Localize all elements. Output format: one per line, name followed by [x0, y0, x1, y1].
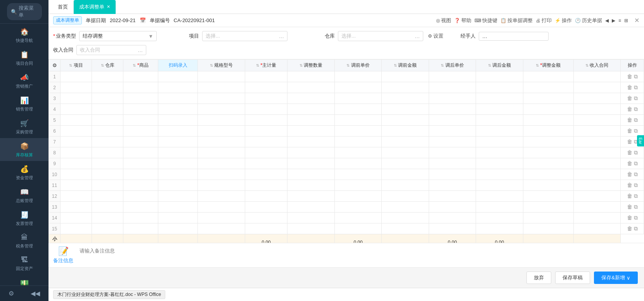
cell-7-11[interactable] — [523, 137, 573, 147]
delete-icon-14[interactable]: 🗑 — [627, 215, 632, 221]
taskbar-item[interactable]: 木门行业好业财处理方案-暮红红.doc - WPS Office — [53, 290, 165, 299]
cell-4-10[interactable] — [476, 104, 523, 115]
cell-10-4[interactable] — [198, 169, 245, 180]
cell-11-12[interactable] — [573, 180, 620, 191]
cell-5-12[interactable] — [573, 115, 620, 126]
cell-14-12[interactable] — [573, 213, 620, 223]
cell-11-4[interactable] — [198, 180, 245, 191]
cell-14-11[interactable] — [523, 213, 573, 223]
cell-13-8[interactable] — [382, 202, 429, 213]
cell-15-12[interactable] — [573, 223, 620, 234]
cell-15-4[interactable] — [198, 223, 245, 234]
cell-15-1[interactable] — [92, 223, 123, 234]
cell-13-12[interactable] — [573, 202, 620, 213]
cell-14-3[interactable] — [158, 213, 197, 223]
cell-1-9[interactable] — [429, 71, 476, 82]
project-field[interactable]: 选择... … — [202, 31, 287, 41]
cell-13-9[interactable] — [429, 202, 476, 213]
sidebar-item-purchase-mgmt[interactable]: 🛒采购管理 — [0, 115, 48, 138]
cell-5-4[interactable] — [198, 115, 245, 126]
delete-icon-3[interactable]: 🗑 — [627, 95, 632, 102]
cell-10-5[interactable] — [245, 169, 287, 180]
remark-input[interactable] — [78, 246, 639, 255]
delete-icon-6[interactable]: 🗑 — [627, 128, 632, 134]
cell-9-7[interactable] — [334, 158, 381, 169]
cell-9-3[interactable] — [158, 158, 197, 169]
cell-6-8[interactable] — [382, 126, 429, 137]
cell-14-6[interactable] — [287, 213, 334, 223]
cell-7-3[interactable] — [158, 137, 197, 147]
cell-14-0[interactable] — [61, 213, 92, 223]
copy-icon-10[interactable]: ⧉ — [634, 171, 638, 178]
cell-1-5[interactable] — [245, 71, 287, 82]
cell-8-11[interactable] — [523, 147, 573, 158]
cell-1-12[interactable] — [573, 71, 620, 82]
cell-12-1[interactable] — [92, 191, 123, 202]
settings-btn[interactable]: ⚙ 设置 — [428, 33, 443, 40]
cell-1-1[interactable] — [92, 71, 123, 82]
sidebar-item-quick-nav[interactable]: 🏠快捷导航 — [0, 24, 48, 47]
cell-9-6[interactable] — [287, 158, 334, 169]
cell-8-4[interactable] — [198, 147, 245, 158]
cell-12-3[interactable] — [158, 191, 197, 202]
cell-7-10[interactable] — [476, 137, 523, 147]
delete-icon-8[interactable]: 🗑 — [627, 149, 632, 156]
delete-icon-4[interactable]: 🗑 — [627, 106, 632, 112]
sidebar-item-inventory[interactable]: 📦库存核算 — [0, 138, 48, 161]
cell-5-3[interactable] — [158, 115, 197, 126]
cell-9-9[interactable] — [429, 158, 476, 169]
delete-icon-13[interactable]: 🗑 — [627, 204, 632, 210]
cell-7-0[interactable] — [61, 137, 92, 147]
history-btn[interactable]: 🕐 历史单据 — [575, 17, 602, 24]
copy-icon-12[interactable]: ⧉ — [634, 193, 638, 199]
cell-3-3[interactable] — [158, 93, 197, 104]
collapse-icon[interactable]: ◀◀ — [31, 290, 40, 297]
cell-4-7[interactable] — [334, 104, 381, 115]
cell-14-5[interactable] — [245, 213, 287, 223]
cell-5-11[interactable] — [523, 115, 573, 126]
cell-7-5[interactable] — [245, 137, 287, 147]
cell-7-8[interactable] — [382, 137, 429, 147]
cell-10-3[interactable] — [158, 169, 197, 180]
cell-5-6[interactable] — [287, 115, 334, 126]
copy-icon-15[interactable]: ⧉ — [634, 225, 638, 232]
income-contract-field[interactable]: 收入合同 … — [76, 45, 146, 55]
delete-icon-5[interactable]: 🗑 — [627, 117, 632, 123]
cell-10-1[interactable] — [92, 169, 123, 180]
cell-2-11[interactable] — [523, 82, 573, 93]
cell-5-5[interactable] — [245, 115, 287, 126]
cell-2-4[interactable] — [198, 82, 245, 93]
copy-icon-11[interactable]: ⧉ — [634, 182, 638, 189]
cell-1-8[interactable] — [382, 71, 429, 82]
nav-next-btn[interactable]: ▶ — [612, 18, 615, 23]
cell-15-6[interactable] — [287, 223, 334, 234]
cell-15-11[interactable] — [523, 223, 573, 234]
cell-11-7[interactable] — [334, 180, 381, 191]
cell-10-9[interactable] — [429, 169, 476, 180]
cell-1-0[interactable] — [61, 71, 92, 82]
cell-12-6[interactable] — [287, 191, 334, 202]
cell-14-10[interactable] — [476, 213, 523, 223]
cell-13-5[interactable] — [245, 202, 287, 213]
cell-5-7[interactable] — [334, 115, 381, 126]
help-btn[interactable]: ❓ 帮助 — [454, 17, 471, 24]
cell-10-10[interactable] — [476, 169, 523, 180]
cell-12-10[interactable] — [476, 191, 523, 202]
cell-9-12[interactable] — [573, 158, 620, 169]
cell-15-0[interactable] — [61, 223, 92, 234]
cell-6-4[interactable] — [198, 126, 245, 137]
delete-icon-2[interactable]: 🗑 — [627, 84, 632, 91]
copy-icon-8[interactable]: ⧉ — [634, 149, 638, 156]
cell-4-12[interactable] — [573, 104, 620, 115]
cell-8-3[interactable] — [158, 147, 197, 158]
cell-15-9[interactable] — [429, 223, 476, 234]
cell-2-0[interactable] — [61, 82, 92, 93]
print-btn[interactable]: 🖨 打印 — [536, 17, 552, 24]
review-btn[interactable]: 📋 按单据调整 — [500, 17, 533, 24]
cell-13-11[interactable] — [523, 202, 573, 213]
cell-1-2[interactable] — [123, 71, 158, 82]
col-scan[interactable]: 扫码录入 — [158, 60, 197, 71]
cell-2-10[interactable] — [476, 82, 523, 93]
cell-3-10[interactable] — [476, 93, 523, 104]
cell-14-4[interactable] — [198, 213, 245, 223]
